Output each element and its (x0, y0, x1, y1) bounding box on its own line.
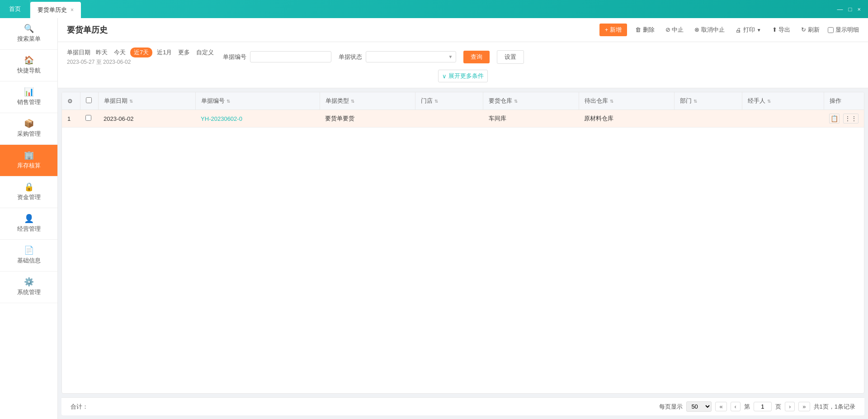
tab-home[interactable]: 首页 (0, 0, 30, 18)
th-store[interactable]: 门店 ⇅ (415, 92, 483, 110)
th-req-warehouse[interactable]: 要货仓库 ⇅ (483, 92, 579, 110)
last-page-btn[interactable]: » (798, 402, 810, 411)
th-doc-number[interactable]: 单据编号 ⇅ (195, 92, 320, 110)
doc-status-select[interactable] (366, 51, 456, 62)
next-page-btn[interactable]: › (785, 402, 795, 411)
sidebar-item-label: 基础信息 (17, 257, 41, 265)
sidebar-item-label: 销售管理 (17, 98, 41, 106)
first-page-btn[interactable]: « (715, 402, 726, 411)
cell-req-warehouse: 车间库 (483, 110, 579, 128)
th-pending-warehouse[interactable]: 待出仓库 ⇅ (579, 92, 675, 110)
cell-handler (742, 110, 824, 128)
total-info: 共1页，1条记录 (814, 403, 855, 411)
doc-status-filter: 单据状态 (339, 51, 456, 62)
filter-area: 单据日期 昨天 今天 近7天 近1月 更多 自定义 2023-05-27 至 2… (58, 42, 868, 88)
sidebar-item-label: 经营管理 (17, 225, 41, 233)
today-btn[interactable]: 今天 (112, 48, 127, 57)
page-number-input[interactable] (754, 402, 772, 411)
sidebar: 🔍 搜索菜单 🏠 快捷导航 📊 销售管理 📦 采购管理 🏢 库存核算 🔒 资金管… (0, 18, 58, 419)
cell-row-num: 1 (62, 110, 80, 128)
sidebar-item-sales-mgmt[interactable]: 📊 销售管理 (0, 81, 57, 113)
sort-icon: ⇅ (434, 99, 438, 104)
operations-icon: 👤 (24, 214, 34, 223)
cell-actions: 📋 ⋮⋮ (824, 110, 864, 128)
new-button[interactable]: + 新增 (599, 24, 627, 36)
basic-info-icon: 📄 (24, 246, 34, 254)
expand-more-button[interactable]: ∨ 展开更多条件 (438, 70, 488, 82)
purchase-icon: 📦 (24, 119, 34, 128)
sidebar-item-operations[interactable]: 👤 经营管理 (0, 208, 57, 240)
cell-department (675, 110, 742, 128)
search-menu-icon: 🔍 (24, 24, 34, 33)
sort-icon: ⇅ (129, 99, 133, 104)
edit-icon[interactable]: 📋 (829, 114, 840, 124)
yesterday-btn[interactable]: 昨天 (94, 48, 109, 57)
sidebar-item-basic-info[interactable]: 📄 基础信息 (0, 240, 57, 271)
maximize-btn[interactable]: □ (849, 6, 852, 13)
data-table: ⚙ 单据日期 ⇅ 单据编号 (62, 92, 864, 128)
doc-number-link[interactable]: YH-20230602-0 (201, 115, 242, 122)
query-button[interactable]: 查询 (463, 51, 490, 63)
doc-number-input[interactable] (250, 51, 331, 62)
cell-checkbox (80, 110, 98, 128)
header-row: ⚙ 单据日期 ⇅ 单据编号 (62, 92, 864, 110)
sidebar-item-system-mgmt[interactable]: ⚙️ 系统管理 (0, 271, 57, 303)
doc-status-select-wrapper (366, 51, 456, 62)
th-operation-label: 操作 (830, 97, 841, 104)
th-doc-date-label: 单据日期 (104, 97, 127, 105)
last1month-btn[interactable]: 近1月 (155, 48, 174, 57)
custom-btn[interactable]: 自定义 (194, 48, 216, 57)
sidebar-item-purchase-mgmt[interactable]: 📦 采购管理 (0, 113, 57, 145)
table-footer: 合计： 每页显示 50 20 100 « ‹ 第 页 › » 共1页，1条记录 (61, 397, 864, 415)
sidebar-item-search-menu[interactable]: 🔍 搜索菜单 (0, 18, 57, 50)
settings-icon[interactable]: ⚙ (67, 98, 73, 105)
system-icon: ⚙️ (24, 278, 34, 286)
select-all-checkbox[interactable] (86, 97, 92, 103)
last7days-btn[interactable]: 近7天 (130, 48, 152, 57)
cancel-stop-button[interactable]: ⊗ 取消中止 (692, 24, 727, 36)
inventory-icon: 🏢 (24, 151, 34, 159)
close-btn[interactable]: × (857, 6, 861, 13)
minimize-btn[interactable]: — (837, 6, 843, 13)
sort-icon: ⇅ (693, 99, 697, 104)
date-range-display: 2023-05-27 至 2023-06-02 (67, 58, 216, 66)
th-department[interactable]: 部门 ⇅ (675, 92, 742, 110)
sidebar-item-finance[interactable]: 🔒 资金管理 (0, 176, 57, 208)
prev-page-btn[interactable]: ‹ (731, 402, 741, 411)
th-handler[interactable]: 经手人 ⇅ (742, 92, 824, 110)
show-detail-checkbox[interactable] (828, 27, 834, 33)
show-detail-toggle[interactable]: 显示明细 (828, 26, 859, 34)
settings-filter-button[interactable]: 设置 (497, 50, 524, 64)
tab-requisition-history[interactable]: 要货单历史 × (30, 2, 81, 18)
th-doc-date[interactable]: 单据日期 ⇅ (98, 92, 195, 110)
quick-nav-icon: 🏠 (24, 56, 34, 64)
sidebar-item-inventory[interactable]: 🏢 库存核算 (0, 145, 57, 176)
page-size-select[interactable]: 50 20 100 (686, 401, 712, 412)
export-button[interactable]: ⬆ 导出 (769, 24, 793, 36)
more-action-icon[interactable]: ⋮⋮ (843, 114, 859, 124)
sales-icon: 📊 (24, 88, 34, 96)
stop-button[interactable]: ⊘ 中止 (663, 24, 687, 36)
refresh-button[interactable]: ↻ 刷新 (798, 24, 822, 36)
th-settings[interactable]: ⚙ (62, 92, 80, 110)
tab-close-icon[interactable]: × (71, 7, 74, 13)
th-operation: 操作 (824, 92, 864, 110)
row-checkbox[interactable] (85, 115, 91, 121)
sidebar-item-label: 搜索菜单 (17, 35, 41, 43)
filter-row-2: ∨ 展开更多条件 (67, 70, 859, 82)
page-suffix: 页 (775, 403, 781, 411)
sidebar-item-quick-nav[interactable]: 🏠 快捷导航 (0, 50, 57, 81)
table-body: 1 2023-06-02 YH-20230602-0 要货单要货 车间库 原材料… (62, 110, 864, 128)
finance-icon: 🔒 (24, 183, 34, 191)
more-btn[interactable]: 更多 (176, 48, 192, 57)
show-detail-label: 显示明细 (835, 26, 859, 34)
expand-label: 展开更多条件 (448, 72, 484, 80)
cell-pending-warehouse: 原材料仓库 (579, 110, 675, 128)
print-button[interactable]: 🖨 打印 ▼ (733, 24, 764, 36)
sort-icon: ⇅ (226, 99, 230, 104)
date-quick-buttons: 昨天 今天 近7天 近1月 更多 自定义 (94, 48, 216, 57)
th-checkbox (80, 92, 98, 110)
delete-button[interactable]: 🗑 删除 (632, 24, 657, 36)
th-doc-type[interactable]: 单据类型 ⇅ (320, 92, 415, 110)
page-title: 要货单历史 (67, 24, 108, 35)
